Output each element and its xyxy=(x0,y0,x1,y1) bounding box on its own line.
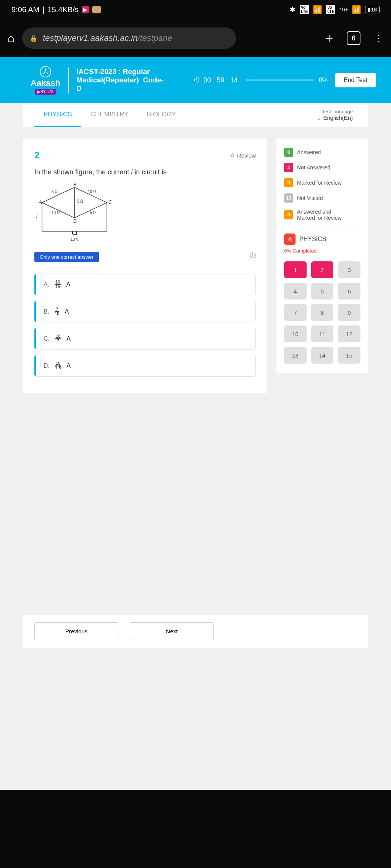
svg-text:10 Ω: 10 Ω xyxy=(88,190,96,194)
status-speed: 15.4KB/s xyxy=(48,5,79,14)
signal-icon-1: 📶 xyxy=(313,5,322,14)
svg-text:i: i xyxy=(36,214,37,219)
menu-icon[interactable]: ⋮ xyxy=(374,33,383,43)
previous-button[interactable]: Previous xyxy=(34,622,118,640)
q-cell-13[interactable]: 13 xyxy=(284,347,307,364)
palette-subject: ⚛ PHYSICS xyxy=(284,234,360,245)
tab-biology[interactable]: BIOLOGY xyxy=(137,103,185,127)
q-cell-11[interactable]: 11 xyxy=(311,325,334,342)
star-icon: ☆ xyxy=(230,152,235,159)
url-text: testplayerv1.aakash.ac.in/testpane xyxy=(43,33,172,43)
progress: 0% xyxy=(246,77,328,84)
q-cell-9[interactable]: 9 xyxy=(338,304,360,321)
app-header: 人 Aakash ▶BYJU'S IACST-2023 : Regular Me… xyxy=(0,57,391,103)
question-palette: 0 Answered 2 Not Answered 0 Marked for R… xyxy=(276,138,368,373)
brand-logo: 人 Aakash ▶BYJU'S xyxy=(31,66,60,95)
info-icon[interactable]: ⓘ xyxy=(250,252,256,260)
rec-icon: ▶ xyxy=(82,6,89,13)
q-cell-15[interactable]: 15 xyxy=(338,347,360,364)
status-bar: 9:06 AM | 15.4KB/s ▶ ✱ VoLTE 📶 VoLTE 4G+… xyxy=(0,0,391,19)
tab-count[interactable]: 6 xyxy=(347,31,360,45)
browser-bar: ⌂ 🔒 testplayerv1.aakash.ac.in/testpane +… xyxy=(0,19,391,57)
signal-icon-2: 📶 xyxy=(352,5,361,14)
new-tab-icon[interactable]: + xyxy=(325,31,333,46)
question-text: In the shown figure, the current i in ci… xyxy=(34,168,256,176)
timer: ⏱ 00 : 59 : 14 xyxy=(194,76,238,84)
lock-icon: 🔒 xyxy=(30,35,37,42)
option-d[interactable]: D. 107.5 A xyxy=(34,355,256,377)
svg-text:10 Ω: 10 Ω xyxy=(52,211,60,215)
tab-chemistry[interactable]: CHEMISTRY xyxy=(81,103,138,127)
lte-icon-2: VoLTE xyxy=(326,5,335,14)
circuit-diagram: A B C D i 5 Ω 10 Ω 5 Ω 10 Ω 5 Ω 10 V xyxy=(34,182,115,243)
network-type: 4G+ xyxy=(339,7,348,12)
svg-text:5 Ω: 5 Ω xyxy=(77,199,83,203)
lte-icon-1: VoLTE xyxy=(300,5,309,14)
q-cell-3[interactable]: 3 xyxy=(338,261,360,278)
legend-not-visited: 13 Not Visited xyxy=(284,193,360,203)
footer-nav: Previous Next xyxy=(23,615,368,648)
tab-physics[interactable]: PHYSICS xyxy=(34,103,81,127)
q-cell-1[interactable]: 1 xyxy=(284,261,307,278)
q-cell-5[interactable]: 5 xyxy=(311,283,334,300)
svg-text:5 Ω: 5 Ω xyxy=(52,190,58,194)
completion-text: 0% Completed xyxy=(284,248,360,254)
q-cell-12[interactable]: 12 xyxy=(338,325,360,342)
question-panel: 2 ☆ Review In the shown figure, the curr… xyxy=(23,138,267,393)
subject-tabs: PHYSICS CHEMISTRY BIOLOGY Test language … xyxy=(23,103,368,127)
answer-hint-badge: Only one correct answer xyxy=(34,252,99,262)
option-b[interactable]: B. 710 A xyxy=(34,301,256,322)
svg-text:10 V: 10 V xyxy=(71,237,79,242)
q-cell-10[interactable]: 10 xyxy=(284,325,307,342)
test-title: IACST-2023 : Regular Medical(Repeater)_C… xyxy=(68,68,186,93)
svg-text:A: A xyxy=(39,200,42,205)
q-cell-2[interactable]: 2 xyxy=(311,261,334,278)
option-a[interactable]: A. 1015 A xyxy=(34,274,256,295)
end-test-button[interactable]: End Test xyxy=(335,73,376,87)
svg-text:5 Ω: 5 Ω xyxy=(90,211,96,215)
bluetooth-icon: ✱ xyxy=(289,5,296,14)
url-bar[interactable]: 🔒 testplayerv1.aakash.ac.in/testpane xyxy=(22,27,236,49)
next-button[interactable]: Next xyxy=(130,622,214,640)
clock-icon: ⏱ xyxy=(194,76,200,84)
q-cell-14[interactable]: 14 xyxy=(311,347,334,364)
status-time: 9:06 AM xyxy=(11,5,39,14)
q-cell-6[interactable]: 6 xyxy=(338,283,360,300)
app-icon xyxy=(92,6,101,13)
question-grid: 1 2 3 4 5 6 7 8 9 10 11 12 13 14 15 xyxy=(284,261,360,364)
legend-not-answered: 2 Not Answered xyxy=(284,163,360,172)
legend-marked: 0 Marked for Review xyxy=(284,178,360,187)
question-number: 2 xyxy=(34,150,39,161)
q-cell-8[interactable]: 8 xyxy=(311,304,334,321)
q-cell-4[interactable]: 4 xyxy=(284,283,307,300)
option-c[interactable]: C. 107 A xyxy=(34,328,256,349)
svg-text:B: B xyxy=(73,182,76,187)
legend-answered: 0 Answered xyxy=(284,148,360,157)
review-button[interactable]: ☆ Review xyxy=(230,152,256,159)
legend-answered-marked: 0 Answered and Marked for Review xyxy=(284,209,360,221)
q-cell-7[interactable]: 7 xyxy=(284,304,307,321)
home-icon[interactable]: ⌂ xyxy=(8,32,15,45)
battery-indicator: ▮18 xyxy=(365,6,380,13)
atom-icon: ⚛ xyxy=(284,234,296,245)
language-selector[interactable]: Test language ⌄ English(En) xyxy=(313,103,357,127)
svg-text:C: C xyxy=(108,200,112,205)
svg-text:D: D xyxy=(73,219,77,224)
